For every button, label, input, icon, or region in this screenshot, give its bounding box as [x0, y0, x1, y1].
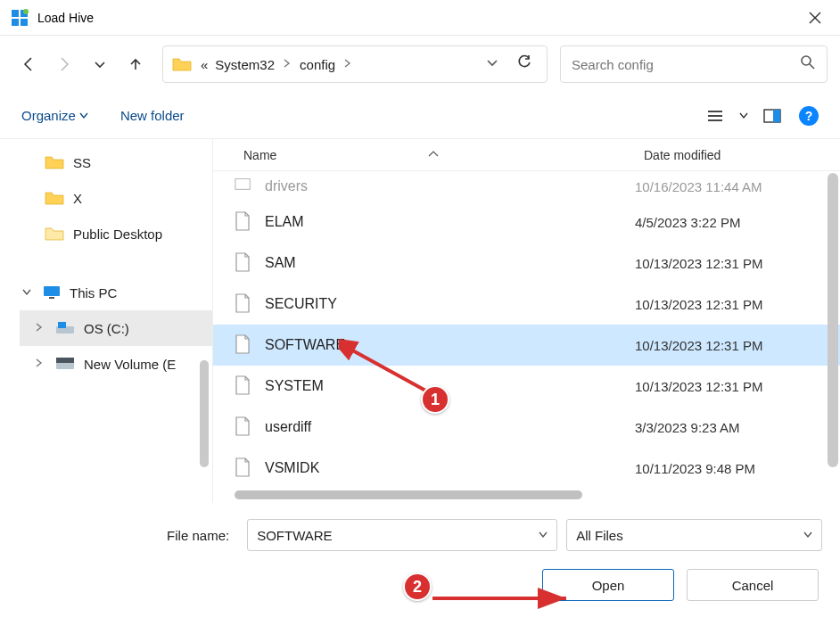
back-button[interactable] — [12, 48, 45, 80]
file-icon — [235, 457, 252, 479]
chevron-right-icon[interactable] — [32, 323, 46, 333]
sidebar-scrollbar[interactable] — [200, 360, 209, 467]
chevron-right-icon[interactable] — [32, 358, 46, 369]
chevron-down-icon[interactable] — [539, 530, 548, 540]
file-date: 10/11/2023 9:48 PM — [635, 461, 840, 476]
sidebar-item-x[interactable]: X — [20, 180, 212, 216]
file-row[interactable]: drivers 10/16/2023 11:44 AM — [213, 171, 840, 202]
svg-rect-15 — [49, 297, 54, 299]
folder-icon — [45, 154, 64, 170]
svg-point-4 — [23, 9, 29, 14]
horizontal-scrollbar[interactable] — [213, 490, 840, 503]
up-button[interactable] — [119, 48, 152, 80]
filetype-select[interactable]: All Files — [566, 519, 822, 551]
svg-point-7 — [802, 56, 811, 65]
new-folder-button[interactable]: New folder — [120, 108, 185, 123]
file-row[interactable]: SAM 10/13/2023 12:31 PM — [213, 243, 840, 284]
chevron-down-icon[interactable] — [803, 530, 812, 540]
sidebar-item-os-c[interactable]: OS (C:) — [20, 310, 212, 346]
file-icon — [235, 416, 252, 438]
file-row-selected[interactable]: SOFTWARE 10/13/2023 12:31 PM — [213, 325, 840, 366]
file-name: drivers — [265, 178, 635, 194]
file-list: Name Date modified drivers 10/16/2023 11… — [212, 139, 840, 503]
sidebar: SS X Public Desktop This PC OS (C:) New … — [0, 139, 212, 503]
svg-rect-20 — [235, 179, 250, 190]
svg-line-8 — [810, 64, 814, 69]
file-icon — [235, 293, 252, 315]
window-title: Load Hive — [37, 11, 797, 25]
filename-input[interactable]: SOFTWARE — [247, 519, 557, 551]
close-button[interactable] — [797, 0, 833, 36]
file-date: 3/3/2023 9:23 AM — [635, 420, 840, 435]
sidebar-item-public-desktop[interactable]: Public Desktop — [20, 216, 212, 251]
sidebar-item-this-pc[interactable]: This PC — [20, 275, 212, 310]
column-date[interactable]: Date modified — [644, 148, 840, 162]
file-name: SOFTWARE — [265, 337, 635, 353]
address-dropdown[interactable] — [477, 56, 507, 72]
file-date: 4/5/2023 3:22 PM — [635, 215, 840, 230]
refresh-button[interactable] — [507, 54, 541, 74]
open-button[interactable]: Open — [542, 569, 674, 601]
svg-rect-18 — [56, 362, 74, 369]
organize-button[interactable]: Organize — [21, 108, 88, 123]
svg-rect-0 — [12, 10, 19, 17]
view-dropdown[interactable] — [737, 102, 751, 130]
drive-icon — [55, 357, 75, 371]
file-row[interactable]: VSMIDK 10/11/2023 9:48 PM — [213, 448, 840, 489]
search-box[interactable] — [560, 45, 828, 83]
help-button[interactable]: ? — [799, 106, 819, 126]
sidebar-item-ss[interactable]: SS — [20, 144, 212, 180]
file-name: VSMIDK — [265, 460, 635, 476]
sidebar-item-label: Public Desktop — [73, 226, 162, 242]
preview-pane-button[interactable] — [758, 102, 786, 130]
sidebar-item-new-volume[interactable]: New Volume (E — [20, 346, 212, 382]
file-name: SYSTEM — [265, 378, 635, 394]
file-row[interactable]: ELAM 4/5/2023 3:22 PM — [213, 202, 840, 243]
dialog-buttons: Open Cancel — [18, 569, 822, 601]
file-icon — [235, 334, 252, 356]
breadcrumb-ellipsis[interactable]: « — [197, 57, 211, 72]
column-headers: Name Date modified — [213, 139, 840, 171]
sidebar-item-label: This PC — [70, 285, 117, 301]
folder-icon — [235, 176, 252, 197]
navbar: « System32 config — [0, 36, 840, 93]
svg-rect-17 — [58, 322, 66, 328]
toolbar: Organize New folder ? — [0, 93, 840, 139]
breadcrumb-item[interactable]: System32 — [211, 57, 278, 72]
chevron-right-icon — [278, 58, 296, 70]
forward-button[interactable] — [48, 48, 80, 80]
file-icon — [235, 252, 252, 274]
filetype-value: All Files — [576, 528, 623, 543]
file-icon — [235, 375, 252, 397]
file-row[interactable]: SECURITY 10/13/2023 12:31 PM — [213, 284, 840, 325]
organize-label: Organize — [21, 108, 76, 123]
titlebar: Load Hive — [0, 0, 840, 36]
chevron-down-icon[interactable] — [20, 287, 34, 298]
cancel-button[interactable]: Cancel — [687, 569, 819, 601]
breadcrumb-item[interactable]: config — [296, 57, 339, 72]
drive-icon — [55, 321, 75, 335]
search-icon[interactable] — [800, 54, 816, 74]
svg-rect-19 — [56, 358, 74, 363]
filename-label: File name: — [18, 528, 238, 543]
folder-icon — [45, 190, 64, 206]
file-date: 10/13/2023 12:31 PM — [635, 338, 840, 353]
view-list-button[interactable] — [701, 102, 729, 130]
vertical-scrollbar[interactable] — [828, 173, 838, 467]
recent-dropdown[interactable] — [84, 48, 116, 80]
svg-rect-2 — [12, 19, 19, 26]
address-bar[interactable]: « System32 config — [162, 45, 548, 83]
sidebar-item-label: OS (C:) — [84, 321, 129, 336]
search-input[interactable] — [572, 57, 800, 72]
file-row[interactable]: SYSTEM 10/13/2023 12:31 PM — [213, 366, 840, 407]
file-rows: drivers 10/16/2023 11:44 AM ELAM 4/5/202… — [213, 171, 840, 490]
file-name: SECURITY — [265, 296, 635, 312]
file-date: 10/13/2023 12:31 PM — [635, 379, 840, 394]
file-date: 10/13/2023 12:31 PM — [635, 297, 840, 312]
bottom-panel: File name: SOFTWARE All Files Open Cance… — [0, 503, 840, 617]
file-name: userdiff — [265, 419, 635, 435]
sidebar-item-label: SS — [73, 155, 91, 170]
file-row[interactable]: userdiff 3/3/2023 9:23 AM — [213, 407, 840, 448]
column-name-label: Name — [243, 148, 276, 162]
column-name[interactable]: Name — [243, 148, 644, 162]
